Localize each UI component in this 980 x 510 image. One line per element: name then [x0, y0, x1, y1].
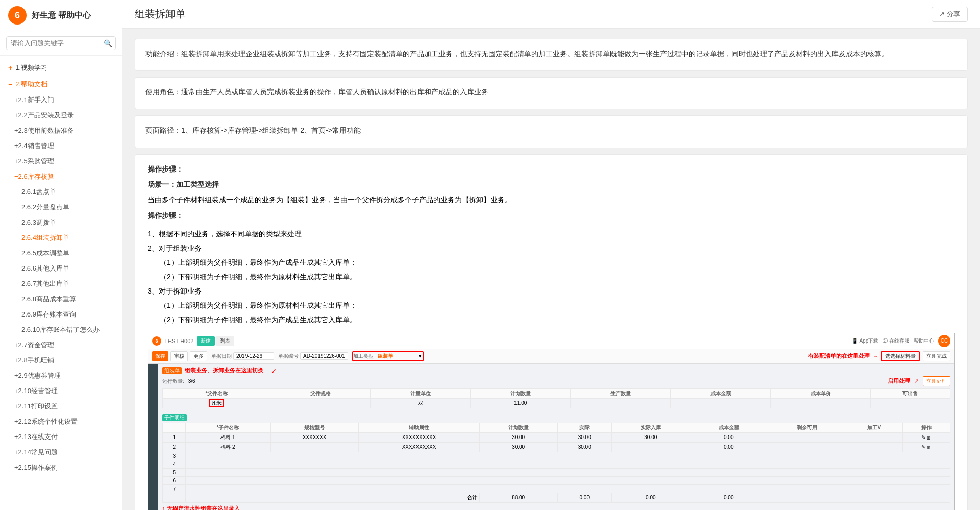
- sidebar-item-faq[interactable]: +2.14常见问题: [14, 445, 122, 460]
- annotation1-text: 有装配清单的在这里处理: [808, 352, 870, 360]
- sidebar-item-265[interactable]: 2.6.5成本调整单: [21, 246, 122, 261]
- sidebar-item-purchase[interactable]: +2.5采购管理: [14, 154, 122, 169]
- sidebar-item-print[interactable]: +2.11打印设置: [14, 399, 122, 414]
- lower-cell-in-2: [611, 442, 690, 452]
- lower-th-8: 加工V: [846, 423, 902, 432]
- inner-side-icons: [148, 364, 158, 510]
- intro-section: 功能介绍：组装拆卸单用来处理企业组装或拆卸等加工业务，支持有固定装配清单的产品加…: [135, 39, 968, 71]
- footer-plan: 88.00: [479, 493, 557, 502]
- date-label: 单据日期: [211, 353, 232, 360]
- inner-audit-btn[interactable]: 审核: [170, 351, 188, 361]
- lower-row-1: 1 棉料 1 XXXXXXX XXXXXXXXXX 30.00 30.00 30…: [163, 432, 950, 442]
- share-icon: ↗: [939, 10, 945, 18]
- annotation4-arrow: ↗: [914, 378, 919, 384]
- lower-seq-7: 7: [163, 484, 186, 493]
- upper-cell-plan: 11.00: [471, 398, 571, 408]
- upper-orange-tag: 组装单: [162, 367, 182, 374]
- step2-2: （2）下部明细为子件明细，最终作为原材料生成其它出库单。: [160, 270, 955, 284]
- upper-label-row: 组装单 组装业务、拆卸业务在这里切换 ↙: [162, 367, 950, 375]
- sidebar-item-coupon[interactable]: +2.9优惠券管理: [14, 368, 122, 383]
- upper-th-1: 父件规格: [271, 388, 371, 398]
- type-value[interactable]: 组装单: [375, 352, 416, 360]
- main-area: 组装拆卸单 ↗ 分享 功能介绍：组装拆卸单用来处理企业组装或拆卸等加工业务，支持…: [122, 0, 980, 510]
- upper-cell-name: 凡米: [163, 398, 271, 408]
- sidebar-item-data-prep[interactable]: +2.3使用前数据准备: [14, 123, 122, 138]
- sidebar: 6 好生意 帮助中心 🔍 + 1.视频学习 − 2.帮助文档 +2.1新手入门: [0, 0, 122, 510]
- sidebar-cat1-header[interactable]: + 1.视频学习: [0, 60, 122, 76]
- sidebar-item-267[interactable]: 2.6.7其他出库单: [21, 276, 122, 292]
- sidebar-item-262[interactable]: 2.6.2分量盘点单: [21, 200, 122, 215]
- sidebar-cat2-header[interactable]: − 2.帮助文档: [0, 76, 122, 92]
- upper-table-header: *父件名称 父件规格 计量单位 计划数量 生产数量 成本金额 成本单价 可出售: [163, 388, 950, 398]
- search-button[interactable]: 🔍: [104, 39, 112, 47]
- sidebar-item-payment[interactable]: +2.13在线支付: [14, 429, 122, 445]
- sidebar-item-inventory[interactable]: −2.6库存核算: [14, 169, 122, 184]
- lower-cell-in-1: 30.00: [611, 432, 690, 442]
- inner-confirm-btn[interactable]: 立即完成: [923, 351, 950, 361]
- upper-th-6: 成本单价: [771, 388, 871, 398]
- upper-count-label: 运行数量:: [162, 378, 184, 385]
- lower-th-3: 计划数量: [479, 423, 557, 432]
- sidebar-item-newcomer[interactable]: +2.1新手入门: [14, 92, 122, 108]
- inner-more-btn[interactable]: 更多: [190, 351, 207, 361]
- lower-th-ops: 操作: [902, 423, 950, 432]
- upper-th-7: 可出售: [870, 388, 950, 398]
- annotation4-text: 启用处理: [888, 377, 910, 385]
- lower-cell-ops-1: ✎ 🗑: [902, 432, 950, 442]
- step3-2: （2）下部明细为子件明细，最终作为产成品生成其它入库单。: [160, 312, 955, 327]
- upper-meta-row: 运行数量: 3/6 启用处理 ↗ 立即处理: [162, 376, 950, 386]
- inner-screenshot: 6 TEST-H002 新建 列表 📱 App下载 ② 在线客服 帮助中心 CC: [148, 333, 955, 510]
- annotation1-target[interactable]: 选选择材料量: [881, 351, 920, 361]
- upper-th-5: 成本金额: [671, 388, 771, 398]
- share-button[interactable]: ↗ 分享: [932, 7, 968, 22]
- lower-cell-cost-2: 0.00: [690, 442, 768, 452]
- upper-th-3: 计划数量: [471, 388, 571, 398]
- inner-action-btns: 保存 审核 更多: [152, 351, 207, 361]
- lower-cell-remain-2: [768, 442, 846, 452]
- sidebar-item-mobile[interactable]: +2.8手机旺铺: [14, 353, 122, 368]
- sidebar-item-261[interactable]: 2.6.1盘点单: [21, 184, 122, 200]
- inner-avatar: CC: [938, 335, 950, 347]
- lower-cell-ops-2: ✎ 🗑: [902, 442, 950, 452]
- inner-save-btn[interactable]: 保存: [152, 351, 168, 361]
- sidebar-item-videos[interactable]: + 1.视频学习: [0, 60, 122, 76]
- inner-enable-btn[interactable]: 立即处理: [923, 376, 950, 386]
- dropdown-icon: ▼: [418, 353, 423, 359]
- upper-cell-prod: [571, 398, 671, 408]
- arrow-icon-1: →: [873, 353, 878, 359]
- sidebar-item-sales[interactable]: +2.4销售管理: [14, 138, 122, 154]
- annotation3-text: 组装业务、拆卸业务在这里切换: [185, 367, 263, 374]
- screenshot-wrapper: 6 TEST-H002 新建 列表 📱 App下载 ② 在线客服 帮助中心 CC: [148, 333, 955, 510]
- sidebar-item-263[interactable]: 2.6.3调拨单: [21, 215, 122, 230]
- upper-cell-cost: [671, 398, 771, 408]
- docnum-label: 单据编号: [278, 353, 299, 360]
- sidebar-cat2-children: +2.1新手入门 +2.2产品安装及登录 +2.3使用前数据准备 +2.4销售管…: [0, 92, 122, 475]
- step1: 1、根据不同的业务，选择不同单据的类型来处理: [148, 227, 955, 241]
- upper-cell-unit-cost: [771, 398, 871, 408]
- sidebar-item-264[interactable]: 2.6.4组装拆卸单: [21, 230, 122, 246]
- lower-cell-proc-1: [846, 432, 902, 442]
- sidebar-logo: 6 好生意 帮助中心: [0, 0, 122, 31]
- sidebar-item-266[interactable]: 2.6.6其他入库单: [21, 261, 122, 276]
- annotation5-container: ↑ 无固定流水性组装在这里录入: [162, 505, 950, 510]
- footer-total-label: 合计: [186, 493, 479, 502]
- sidebar-item-2610[interactable]: 2.6.10库存账本错了怎么办: [21, 322, 122, 337]
- sidebar-item-269[interactable]: 2.6.9库存账本查询: [21, 307, 122, 322]
- upper-cell-sell: [870, 398, 950, 408]
- sidebar-item-ops[interactable]: +2.10经营管理: [14, 383, 122, 399]
- inner-tab-list[interactable]: 列表: [216, 336, 234, 346]
- path-text: 页面路径：1、库存核算->库存管理->组装拆卸单 2、首页->常用功能: [145, 124, 957, 137]
- sidebar-cat2-label: 2.帮助文档: [15, 80, 47, 89]
- lower-th-seq: [163, 423, 186, 432]
- search-input[interactable]: [6, 36, 116, 50]
- lower-cell-remain-1: [768, 432, 846, 442]
- inner-tab-new[interactable]: 新建: [197, 336, 215, 346]
- sidebar-item-cases[interactable]: +2.15操作案例: [14, 460, 122, 475]
- sidebar-item-install[interactable]: +2.2产品安装及登录: [14, 108, 122, 123]
- sidebar-item-268[interactable]: 2.6.8商品成本重算: [21, 292, 122, 307]
- lower-cell-seq-2: 2: [163, 442, 186, 452]
- sidebar-item-custom[interactable]: +2.12系统个性化设置: [14, 414, 122, 429]
- sidebar-item-finance[interactable]: +2.7资金管理: [14, 337, 122, 353]
- lower-teal-tag: 子件明细: [162, 414, 187, 421]
- lower-section: 子件明细 *子件名称 规格型号 辅助属性: [158, 411, 954, 510]
